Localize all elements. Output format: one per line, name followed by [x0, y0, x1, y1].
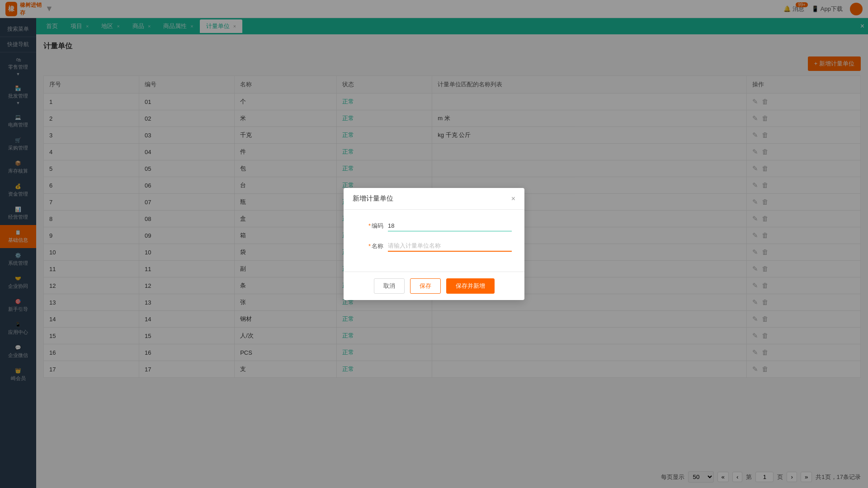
form-row-code: *编码 — [356, 221, 512, 231]
modal-title: 新增计量单位 — [353, 194, 393, 203]
save-new-button[interactable]: 保存并新增 — [446, 278, 495, 294]
modal-body: *编码 *名称 — [344, 210, 524, 272]
form-name-label: *名称 — [356, 242, 383, 250]
modal-close-button[interactable]: × — [511, 195, 515, 203]
modal-header: 新增计量单位 × — [344, 188, 524, 210]
name-input[interactable] — [388, 240, 512, 252]
form-row-name: *名称 — [356, 240, 512, 252]
name-required-mark: * — [368, 243, 371, 249]
add-unit-modal: 新增计量单位 × *编码 *名称 取消 保存 保存并新增 — [344, 188, 524, 300]
code-required-mark: * — [368, 222, 371, 229]
modal-overlay: 新增计量单位 × *编码 *名称 取消 保存 保存并新增 — [0, 0, 868, 488]
modal-footer: 取消 保存 保存并新增 — [344, 272, 524, 300]
cancel-button[interactable]: 取消 — [374, 278, 405, 294]
code-input[interactable] — [388, 221, 512, 231]
form-code-label: *编码 — [356, 222, 383, 230]
save-button[interactable]: 保存 — [410, 278, 441, 294]
